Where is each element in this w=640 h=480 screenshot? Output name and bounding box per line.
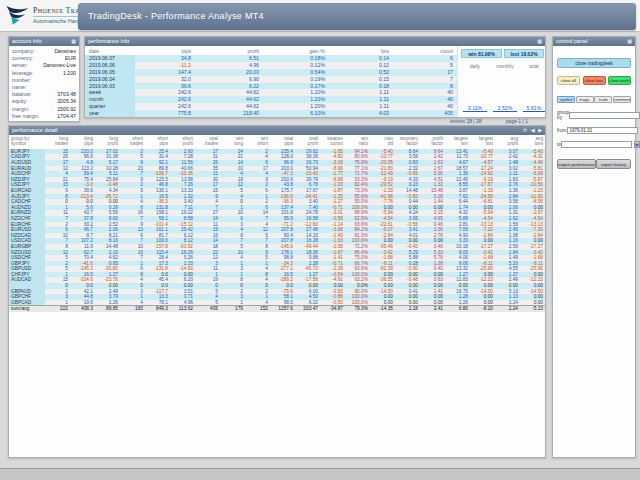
column-header[interactable]: gain %: [263, 46, 329, 55]
column-header[interactable]: group bysymbol: [9, 135, 45, 149]
column-header[interactable]: winlong: [220, 135, 245, 149]
toggle-trade[interactable]: trade: [594, 96, 612, 103]
win-ratio-badge: win 81.98%: [461, 49, 502, 58]
column-header[interactable]: swaps+comm: [320, 135, 345, 149]
column-header[interactable]: winratio: [345, 135, 370, 149]
cell-value: 0.54%: [263, 69, 329, 76]
panel-menu-icon[interactable]: ▦: [627, 38, 632, 44]
column-header[interactable]: shortprofit: [170, 135, 195, 149]
cell-value: 6.51: [195, 55, 263, 62]
close-tradingdesk-button[interactable]: close tradingdesk: [557, 58, 631, 68]
column-header[interactable]: shorttrades: [120, 135, 145, 149]
cell-value: 6.90: [195, 76, 263, 83]
cell-value: 1.20%: [263, 89, 329, 96]
cell-value: 0.12%: [263, 62, 329, 69]
account-info-panel: account info ▦ company:Darwinexcurrency:…: [8, 36, 80, 122]
close-profit-button[interactable]: close profit: [608, 76, 631, 85]
performance-info-title: performance info: [88, 37, 129, 46]
column-header[interactable]: date: [85, 46, 135, 55]
column-header[interactable]: count: [393, 46, 457, 55]
column-header[interactable]: longtrades: [45, 135, 70, 149]
cell-date: 2019.06.04: [85, 76, 135, 83]
control-panel-title-bar: control panel ▦: [553, 37, 635, 46]
column-header[interactable]: maxdd: [370, 135, 395, 149]
cell-symbol: sum/avg: [9, 306, 45, 312]
summary-values: 3.11%3.52%5.61%: [458, 105, 545, 112]
performance-detail-header-row: group bysymbollongtradeslongpipslongprof…: [9, 135, 545, 149]
to-date-picker-icon[interactable]: ▦: [634, 141, 640, 148]
account-field-value: Darwinex: [54, 48, 76, 55]
cell-value: 0.17%: [263, 83, 329, 90]
account-field-value: 1:200: [63, 70, 76, 77]
refresh-icon[interactable]: ⟳: [523, 127, 527, 133]
column-header[interactable]: totaltrades: [195, 135, 220, 149]
column-header[interactable]: totalprofit: [295, 135, 320, 149]
column-header[interactable]: profit: [195, 46, 263, 55]
panel-menu-icon[interactable]: ▦: [537, 38, 542, 44]
column-header[interactable]: totalpips: [270, 135, 295, 149]
app-title-bar: TradingDesk - Performance Analyse MT4: [78, 3, 636, 30]
cell-date: quarter: [85, 103, 135, 110]
cell-value: 7: [393, 76, 457, 83]
account-field-label: company:: [12, 48, 35, 55]
export-performance-button[interactable]: export performance: [557, 159, 596, 169]
cell-value: 44.62: [195, 103, 263, 110]
cell-value: 44.62: [195, 89, 263, 96]
account-info-row: margin:1500.92: [12, 106, 76, 113]
toggle-symbol[interactable]: symbol: [557, 96, 575, 103]
account-field-label: free margin:: [12, 113, 40, 120]
cell-value: 147.4: [135, 69, 195, 76]
account-field-value: 1704.47: [57, 113, 76, 120]
cell-value: 0.19%: [263, 76, 329, 83]
panel-menu-icon[interactable]: ▦: [71, 38, 76, 44]
cell-value: 34.8: [135, 55, 195, 62]
cell-value: -11.2: [135, 62, 195, 69]
column-header[interactable]: winshort: [245, 135, 270, 149]
column-header[interactable]: lots: [329, 46, 393, 55]
footer-bar: [0, 468, 640, 480]
next-page-icon[interactable]: ▶: [538, 127, 542, 133]
close-loss-button[interactable]: close loss: [583, 76, 606, 85]
toggle-comment[interactable]: comment: [613, 96, 631, 103]
column-header[interactable]: profitfactor: [420, 135, 445, 149]
account-field-value: 3703.48: [57, 91, 76, 98]
performance-info-row: quarter242.644.621.20%1.1140: [85, 103, 457, 110]
toggle-magic[interactable]: magic: [576, 96, 594, 103]
performance-detail-title: performance detail: [12, 126, 58, 135]
column-header[interactable]: largestlost: [470, 135, 495, 149]
cell-value: 6: [393, 55, 457, 62]
export-history-button[interactable]: export history: [596, 159, 631, 169]
cell-value: 1.11: [329, 96, 393, 103]
account-field-value: Darwinex-Live: [43, 62, 76, 69]
cell-value: -5.13: [520, 306, 545, 312]
column-header[interactable]: pips: [135, 46, 195, 55]
from-date-input[interactable]: [567, 127, 638, 134]
performance-info-row: week242.644.621.20%1.1140: [85, 89, 457, 96]
close-all-button[interactable]: close all: [557, 76, 580, 85]
column-header[interactable]: shortpips: [145, 135, 170, 149]
to-date-input[interactable]: [561, 141, 632, 148]
cell-value: 4.03: [329, 110, 393, 117]
account-info-row: leverage:1:200: [12, 70, 76, 77]
prev-page-icon[interactable]: ◀: [531, 127, 535, 133]
column-header[interactable]: avgloss: [520, 135, 545, 149]
column-header[interactable]: longpips: [70, 135, 95, 149]
cell-date: week: [85, 89, 135, 96]
column-header[interactable]: avgprofit: [495, 135, 520, 149]
column-header[interactable]: recoveryfactor: [395, 135, 420, 149]
group-by-input[interactable]: [569, 112, 640, 119]
account-info-row: equity:3205.34: [12, 98, 76, 105]
account-info-row: free margin:1704.47: [12, 113, 76, 120]
group-by-toggles: symbolmagictradecomment: [557, 96, 631, 103]
cell-value: 1.20%: [263, 103, 329, 110]
cell-value: 32.0: [135, 76, 195, 83]
cell-value: 40: [393, 96, 457, 103]
cell-value: 1.20%: [263, 96, 329, 103]
summary-column-daily: daily: [463, 63, 487, 69]
column-header[interactable]: longprofit: [95, 135, 120, 149]
account-info-row: name:: [12, 84, 76, 91]
summary-column-total: total: [523, 63, 545, 69]
cell-value: 40: [393, 89, 457, 96]
column-header[interactable]: largestwin: [445, 135, 470, 149]
performance-info-row: year775.8218.406.10%4.03405: [85, 110, 457, 117]
